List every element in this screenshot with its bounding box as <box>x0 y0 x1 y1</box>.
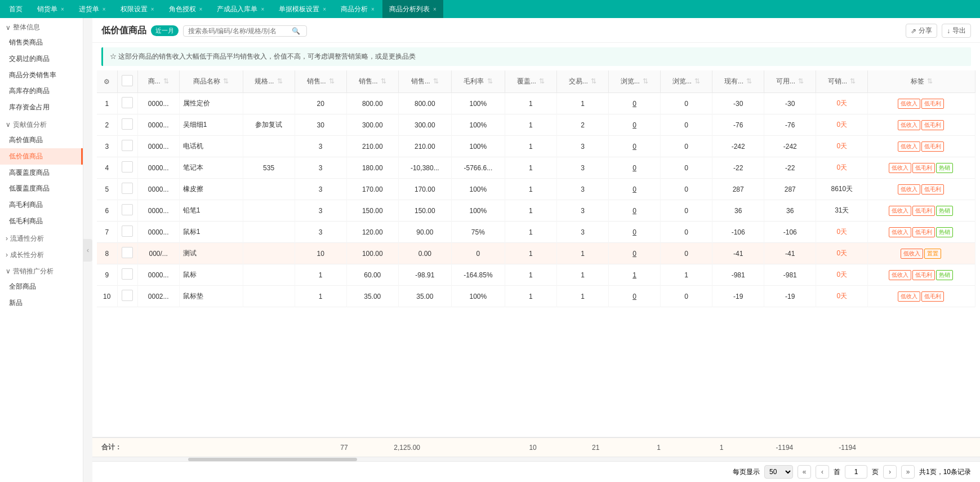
col-stock1-header[interactable]: 现有... ⇅ <box>712 70 764 93</box>
sidebar-collapse-button[interactable]: ‹ <box>83 239 92 262</box>
sidebar-item-high-margin[interactable]: 高毛利商品 <box>0 197 83 213</box>
col-settings[interactable]: ⚙ <box>97 70 117 93</box>
row-browse1[interactable]: 0 <box>609 222 661 243</box>
row-checkbox[interactable] <box>122 161 133 173</box>
row-checkbox[interactable] <box>122 118 133 130</box>
sidebar-section-growth[interactable]: › 成长性分析 <box>0 246 83 262</box>
row-checkbox[interactable] <box>122 97 133 108</box>
sidebar-item-all-products[interactable]: 全部商品 <box>0 278 83 295</box>
row-browse1[interactable]: 0 <box>609 179 661 200</box>
row-checkbox-cell[interactable] <box>117 136 137 157</box>
col-spec-header[interactable]: 规格... ⇅ <box>243 70 295 93</box>
col-browse2-header[interactable]: 浏览... ⇅ <box>661 70 712 93</box>
row-checkbox-cell[interactable] <box>117 222 137 243</box>
col-cover-header[interactable]: 覆盖... ⇅ <box>505 70 556 93</box>
sidebar-item-new-products[interactable]: 新品 <box>0 295 83 311</box>
col-s3-header[interactable]: 销售... ⇅ <box>398 70 451 93</box>
close-icon[interactable]: × <box>323 6 326 12</box>
close-icon[interactable]: × <box>199 6 203 12</box>
sidebar-item-low-margin[interactable]: 低毛利商品 <box>0 213 83 229</box>
sidebar-section-overall[interactable]: ∨ 整体信息 <box>0 18 83 34</box>
sidebar-item-high-coverage[interactable]: 高覆盖度商品 <box>0 165 83 181</box>
nav-tab-role-auth[interactable]: 角色授权 × <box>162 0 210 18</box>
horizontal-scrollbar[interactable] <box>92 457 980 461</box>
sidebar-item-high-inventory[interactable]: 高库存的商品 <box>0 83 83 99</box>
close-icon[interactable]: × <box>61 6 64 12</box>
col-name-header[interactable]: 商品名称 ⇅ <box>179 70 243 93</box>
row-checkbox[interactable] <box>122 268 133 280</box>
row-browse1[interactable]: 1 <box>609 264 661 286</box>
col-trade-header[interactable]: 交易... ⇅ <box>556 70 608 93</box>
last-page-button[interactable]: » <box>901 465 915 479</box>
row-checkbox[interactable] <box>122 183 133 194</box>
col-code-header[interactable]: 商... ⇅ <box>137 70 179 93</box>
sidebar-item-high-value[interactable]: 高价值商品 <box>0 132 83 148</box>
col-tags-header[interactable]: 标签 ⇅ <box>868 70 975 93</box>
row-browse1[interactable]: 0 <box>609 114 661 136</box>
row-checkbox-cell[interactable] <box>117 114 137 136</box>
nav-tab-product-analysis-list[interactable]: 商品分析列表 × <box>382 0 443 18</box>
row-checkbox[interactable] <box>122 225 133 237</box>
row-checkbox[interactable] <box>122 247 133 258</box>
row-browse1[interactable]: 0 <box>609 157 661 179</box>
sidebar-item-sales-products[interactable]: 销售类商品 <box>0 34 83 51</box>
nav-tab-purchase[interactable]: 进货单 × <box>72 0 113 18</box>
col-days-header[interactable]: 可销... ⇅ <box>816 70 868 93</box>
row-checkbox-cell[interactable] <box>117 286 137 307</box>
share-button[interactable]: ⇗ 分享 <box>906 24 937 38</box>
row-checkbox[interactable] <box>122 140 133 151</box>
row-checkbox-cell[interactable] <box>117 157 137 179</box>
search-box[interactable]: 🔍 <box>183 25 307 37</box>
row-browse1[interactable]: 0 <box>609 200 661 222</box>
sidebar-item-traded-products[interactable]: 交易过的商品 <box>0 51 83 67</box>
col-s1-header[interactable]: 销售... ⇅ <box>295 70 346 93</box>
nav-tab-product-analysis[interactable]: 商品分析 × <box>334 0 381 18</box>
nav-tab-permissions[interactable]: 权限设置 × <box>114 0 161 18</box>
next-page-button[interactable]: › <box>883 465 897 479</box>
nav-tab-template-settings[interactable]: 单据模板设置 × <box>272 0 333 18</box>
row-checkbox-cell[interactable] <box>117 179 137 200</box>
time-badge[interactable]: 近一月 <box>151 25 179 36</box>
select-all-checkbox[interactable] <box>122 75 133 86</box>
row-checkbox-cell[interactable] <box>117 200 137 222</box>
first-page-button[interactable]: « <box>798 465 811 479</box>
sidebar-item-low-coverage[interactable]: 低覆盖度商品 <box>0 180 83 197</box>
row-browse1[interactable]: 0 <box>609 93 661 114</box>
per-page-select[interactable]: 50 100 <box>764 465 793 479</box>
nav-tab-home[interactable]: 首页 <box>2 0 29 18</box>
sidebar-item-category-sales-rate[interactable]: 商品分类销售率 <box>0 67 83 83</box>
sidebar-item-low-value[interactable]: 低价值商品 <box>0 148 83 165</box>
close-icon[interactable]: × <box>433 6 436 12</box>
row-checkbox[interactable] <box>122 290 133 301</box>
close-icon[interactable]: × <box>151 6 154 12</box>
prev-page-button[interactable]: ‹ <box>816 465 829 479</box>
row-checkbox-cell[interactable] <box>117 243 137 264</box>
page-number-input[interactable] <box>845 465 867 479</box>
row-browse1[interactable]: 0 <box>609 136 661 157</box>
row-checkbox[interactable] <box>122 204 133 215</box>
close-icon[interactable]: × <box>103 6 106 12</box>
scrollbar-thumb[interactable] <box>188 458 357 461</box>
gear-icon[interactable]: ⚙ <box>101 76 113 87</box>
sidebar-section-marketing[interactable]: ∨ 营销推广分析 <box>0 262 83 278</box>
nav-tab-product-entry[interactable]: 产成品入库单 × <box>210 0 271 18</box>
col-checkbox[interactable] <box>117 70 137 93</box>
export-button[interactable]: ↓ 导出 <box>942 24 971 38</box>
close-icon[interactable]: × <box>371 6 375 12</box>
nav-tab-sales[interactable]: 销货单 × <box>30 0 71 18</box>
sidebar-item-inventory-funds[interactable]: 库存资金占用 <box>0 99 83 116</box>
col-gross-header[interactable]: 毛利率 ⇅ <box>451 70 505 93</box>
row-browse1[interactable]: 0 <box>609 243 661 264</box>
row-checkbox-cell[interactable] <box>117 93 137 114</box>
col-stock2-header[interactable]: 可用... ⇅ <box>764 70 816 93</box>
row-gross: 100% <box>451 179 505 200</box>
search-input[interactable] <box>188 27 289 35</box>
sidebar-section-contribution[interactable]: ∨ 贡献值分析 <box>0 116 83 132</box>
col-s2-header[interactable]: 销售... ⇅ <box>346 70 398 93</box>
row-checkbox-cell[interactable] <box>117 264 137 286</box>
sidebar-section-circulation[interactable]: › 流通性分析 <box>0 229 83 246</box>
close-icon[interactable]: × <box>261 6 264 12</box>
row-browse1[interactable]: 0 <box>609 286 661 307</box>
search-icon[interactable]: 🔍 <box>292 27 300 35</box>
col-browse1-header[interactable]: 浏览... ⇅ <box>609 70 661 93</box>
